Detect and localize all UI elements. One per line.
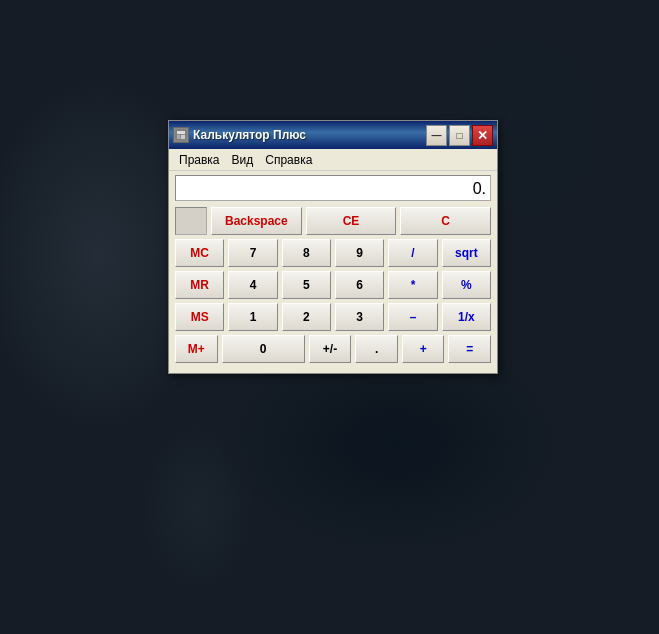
svg-rect-1	[177, 131, 185, 134]
percent-button[interactable]: %	[442, 271, 491, 299]
window-title: Калькулятор Плюс	[193, 128, 426, 142]
equals-button[interactable]: =	[448, 335, 491, 363]
display-field: 0.	[175, 175, 491, 201]
window-controls: — □ ✕	[426, 125, 493, 146]
menu-edit[interactable]: Правка	[173, 151, 226, 169]
row-mplus-0: M+ 0 +/- . + =	[175, 335, 491, 363]
display-area: 0.	[169, 171, 497, 203]
mplus-button[interactable]: M+	[175, 335, 218, 363]
sqrt-button[interactable]: sqrt	[442, 239, 491, 267]
num3-button[interactable]: 3	[335, 303, 384, 331]
menu-view[interactable]: Вид	[226, 151, 260, 169]
mr-button[interactable]: MR	[175, 271, 224, 299]
multiply-button[interactable]: *	[388, 271, 437, 299]
calculator-window: Калькулятор Плюс — □ ✕ Правка Вид Справк…	[168, 120, 498, 374]
window-icon	[173, 127, 189, 143]
num9-button[interactable]: 9	[335, 239, 384, 267]
onedivx-button[interactable]: 1/x	[442, 303, 491, 331]
title-bar: Калькулятор Плюс — □ ✕	[169, 121, 497, 149]
menu-bar: Правка Вид Справка	[169, 149, 497, 171]
num6-button[interactable]: 6	[335, 271, 384, 299]
close-button[interactable]: ✕	[472, 125, 493, 146]
buttons-area: Backspace CE C MC 7 8 9 / sqrt MR 4 5 6 …	[169, 203, 497, 373]
backspace-button[interactable]: Backspace	[211, 207, 302, 235]
num2-button[interactable]: 2	[282, 303, 331, 331]
num8-button[interactable]: 8	[282, 239, 331, 267]
num1-button[interactable]: 1	[228, 303, 277, 331]
menu-help[interactable]: Справка	[259, 151, 318, 169]
memory-indicator	[175, 207, 207, 235]
plusminus-button[interactable]: +/-	[309, 335, 352, 363]
num0-button[interactable]: 0	[222, 335, 305, 363]
control-row: Backspace CE C	[175, 207, 491, 235]
row-mr-456: MR 4 5 6 * %	[175, 271, 491, 299]
row-ms-123: MS 1 2 3 – 1/x	[175, 303, 491, 331]
svg-rect-2	[177, 135, 180, 139]
plus-button[interactable]: +	[402, 335, 445, 363]
num5-button[interactable]: 5	[282, 271, 331, 299]
minimize-button[interactable]: —	[426, 125, 447, 146]
maximize-button[interactable]: □	[449, 125, 470, 146]
divide-button[interactable]: /	[388, 239, 437, 267]
num4-button[interactable]: 4	[228, 271, 277, 299]
row-mc-789: MC 7 8 9 / sqrt	[175, 239, 491, 267]
mc-button[interactable]: MC	[175, 239, 224, 267]
c-button[interactable]: C	[400, 207, 491, 235]
ms-button[interactable]: MS	[175, 303, 224, 331]
dot-button[interactable]: .	[355, 335, 398, 363]
minus-button[interactable]: –	[388, 303, 437, 331]
svg-rect-3	[181, 135, 185, 139]
num7-button[interactable]: 7	[228, 239, 277, 267]
ce-button[interactable]: CE	[306, 207, 397, 235]
